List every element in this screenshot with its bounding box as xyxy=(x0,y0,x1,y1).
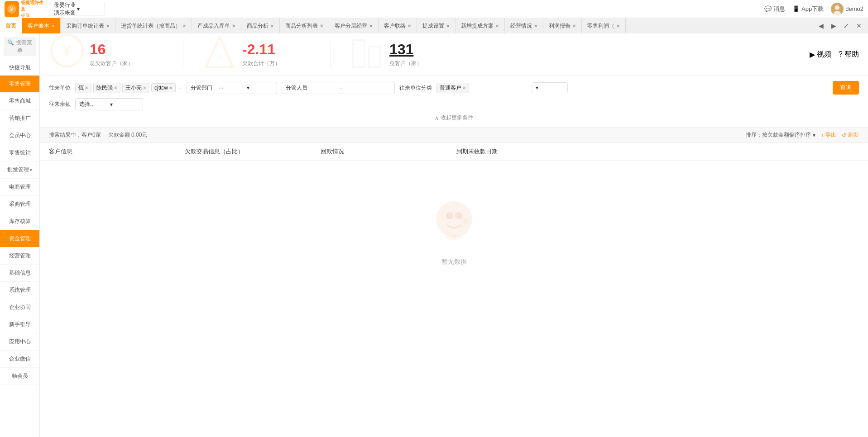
search-menu-button[interactable]: 🔍 搜索菜单 xyxy=(4,37,36,56)
unit-label: 往来单位 xyxy=(49,84,71,92)
tab-new-raise-plan[interactable]: 新增提成方案 ✕ xyxy=(456,18,505,33)
sort-button[interactable]: 排序：按欠款金额倒序排序 ▾ xyxy=(746,131,815,139)
dept-select[interactable]: 分管部门 ··· ▾ xyxy=(187,82,277,94)
sidebar-item-capital-mgmt[interactable]: 资金管理 xyxy=(0,230,39,247)
tab-customer-tier[interactable]: 客户分层经营 ✕ xyxy=(329,18,379,33)
remove-tag-wangxiaoliang[interactable]: ✕ xyxy=(143,86,146,90)
nav-expand-button[interactable]: ⤢ xyxy=(841,20,852,31)
table-wrapper: 客户信息 欠款交易信息（占比） 回款情况 到期未收款日期 ? xyxy=(40,143,868,437)
remove-tag-cjttcw[interactable]: ✕ xyxy=(169,86,173,90)
remove-tag-chenminqiang[interactable]: ✕ xyxy=(114,86,117,90)
svg-text:¥: ¥ xyxy=(10,5,14,13)
tab-product-analysis-list[interactable]: 商品分析列表 ✕ xyxy=(280,18,329,33)
nav-next-button[interactable]: ▶ xyxy=(828,20,839,31)
filter-tag-cjttcw: cjttcw ✕ xyxy=(151,83,176,92)
balance-select[interactable]: 选择... ▾ xyxy=(75,98,143,110)
svg-text:?: ? xyxy=(464,218,467,225)
refresh-icon: ↺ xyxy=(842,132,846,138)
close-icon[interactable]: ✕ xyxy=(232,24,235,28)
remove-tag-normal-customer[interactable]: ✕ xyxy=(462,86,466,90)
close-icon[interactable]: ✕ xyxy=(51,24,55,28)
unit-class-dropdown[interactable]: ▾ xyxy=(532,82,568,93)
nav-tabs: 首页 客户账本 ✕ 采购订单统计表 ✕ 进货单统计表（按商品） ✕ 产成品入库单… xyxy=(0,18,868,33)
table-header: 客户信息 欠款交易信息（占比） 回款情况 到期未收款日期 xyxy=(40,143,868,161)
sidebar-item-ecommerce-mgmt[interactable]: 电商管理 xyxy=(0,179,39,196)
sidebar-item-enterprise-wechat[interactable]: 企业微信 xyxy=(0,351,39,368)
tab-retail-profit[interactable]: 零售利润（ ✕ xyxy=(582,18,626,33)
close-icon[interactable]: ✕ xyxy=(106,24,110,28)
top-right: 💬 消息 📱 App下载 demo2 xyxy=(764,3,863,15)
result-summary: 搜索结果中，客户0家 xyxy=(49,131,101,139)
sidebar-item-marketing[interactable]: 营销推广 xyxy=(0,110,39,127)
tab-product-instock[interactable]: 产成品入库单 ✕ xyxy=(192,18,241,33)
sidebar-item-vip-member[interactable]: 畅会员 xyxy=(0,368,39,385)
sidebar-item-quick-nav[interactable]: 快捷导航 xyxy=(0,60,39,76)
help-button[interactable]: ? 帮助 xyxy=(839,50,859,59)
result-owed-amount: 欠款金额 0.00元 xyxy=(108,131,148,139)
messages-button[interactable]: 💬 消息 xyxy=(764,5,785,13)
close-icon[interactable]: ✕ xyxy=(534,24,537,28)
close-icon[interactable]: ✕ xyxy=(446,24,450,28)
close-icon[interactable]: ✕ xyxy=(495,24,499,28)
sidebar-item-batch-mgmt[interactable]: 批发管理 ▾ xyxy=(0,162,39,179)
tab-raise-settings[interactable]: 提成设置 ✕ xyxy=(417,18,456,33)
account-selector[interactable]: 母婴行业演示帐套 ▾ xyxy=(49,3,105,15)
tab-customer-book[interactable]: 客户账本 ✕ xyxy=(22,18,61,33)
stat-bg-icon-left: ¥ xyxy=(49,33,85,76)
stat-divider-2 xyxy=(330,41,331,68)
sidebar-item-retail-mgmt[interactable]: 零售管理 xyxy=(0,76,39,93)
sidebar-item-enterprise-collab[interactable]: 企业协同 xyxy=(0,299,39,316)
refresh-button[interactable]: ↺ 刷新 xyxy=(842,131,859,139)
filter-row-1: 往来单位 佤 ✕ 陈民强 ✕ 王小亮 ✕ cjttcw xyxy=(49,81,859,95)
remove-tag-wa[interactable]: ✕ xyxy=(85,86,88,90)
filter-tag-chenminqiang: 陈民强 ✕ xyxy=(93,83,120,93)
tab-purchase-order-stats[interactable]: 采购订单统计表 ✕ xyxy=(61,18,115,33)
svg-text:!: ! xyxy=(218,52,221,64)
close-icon[interactable]: ✕ xyxy=(369,24,373,28)
tab-customer-contact[interactable]: 客户联络 ✕ xyxy=(379,18,417,33)
sidebar-item-purchase-mgmt[interactable]: 采购管理 xyxy=(0,196,39,213)
dept-expand-icon: ··· xyxy=(219,85,245,91)
empty-state: ? 暂无数据 xyxy=(40,161,868,302)
tab-profit-report[interactable]: 利润报告 ✕ xyxy=(543,18,582,33)
close-icon[interactable]: ✕ xyxy=(182,24,186,28)
app-download-button[interactable]: 📱 App下载 xyxy=(792,5,824,13)
sidebar-item-basic-info[interactable]: 基础信息 xyxy=(0,265,39,282)
person-select[interactable]: 分管人员 ··· xyxy=(282,82,395,94)
user-menu[interactable]: demo2 xyxy=(831,3,863,15)
stat-bg-icon-right xyxy=(349,35,385,73)
col-debt: 欠款交易信息（占比） xyxy=(185,147,321,156)
sidebar-item-system-mgmt[interactable]: 系统管理 xyxy=(0,282,39,299)
sidebar-item-inventory-check[interactable]: 库存核算 xyxy=(0,213,39,230)
close-icon[interactable]: ✕ xyxy=(616,24,620,28)
nav-prev-button[interactable]: ◀ xyxy=(815,20,826,31)
empty-icon: ? xyxy=(432,197,477,251)
sidebar-item-retail-stats[interactable]: 零售统计 xyxy=(0,144,39,162)
svg-rect-9 xyxy=(353,40,364,67)
sidebar-item-new-user-guide[interactable]: 新手引导 xyxy=(0,316,39,333)
sidebar-item-app-center[interactable]: 应用中心 xyxy=(0,333,39,351)
sidebar-item-operation-mgmt[interactable]: 经营管理 xyxy=(0,247,39,265)
close-icon[interactable]: ✕ xyxy=(408,24,411,28)
stats-actions: ▶ 视频 ? 帮助 xyxy=(810,50,859,59)
nav-close-all-button[interactable]: ✕ xyxy=(854,20,864,31)
sidebar-item-member-center[interactable]: 会员中心 xyxy=(0,127,39,144)
export-button[interactable]: ↑ 导出 xyxy=(821,131,836,139)
filter-more-tags[interactable]: ··· xyxy=(177,85,182,91)
close-icon[interactable]: ✕ xyxy=(270,24,274,28)
tab-purchase-stats[interactable]: 进货单统计表（按商品） ✕ xyxy=(115,18,192,33)
tab-home[interactable]: 首页 xyxy=(0,18,22,33)
sidebar-item-retail-mall[interactable]: 零售商城 xyxy=(0,93,39,110)
message-icon: 💬 xyxy=(764,5,772,12)
tab-operation-status[interactable]: 经营情况 ✕ xyxy=(505,18,543,33)
query-button[interactable]: 查询 xyxy=(833,81,859,95)
video-button[interactable]: ▶ 视频 xyxy=(810,50,831,59)
svg-point-12 xyxy=(446,212,453,219)
result-bar: 搜索结果中，客户0家 欠款金额 0.00元 排序：按欠款金额倒序排序 ▾ ↑ 导… xyxy=(40,128,868,143)
stat-owed-customers-label: 总欠款客户（家） xyxy=(90,60,133,67)
close-icon[interactable]: ✕ xyxy=(320,24,323,28)
close-icon[interactable]: ✕ xyxy=(572,24,576,28)
logo-text: 畅捷通好生意 标版 xyxy=(21,0,45,19)
tab-product-analysis[interactable]: 商品分析 ✕ xyxy=(241,18,280,33)
collapse-button[interactable]: ∧ 收起更多条件 xyxy=(435,114,473,122)
